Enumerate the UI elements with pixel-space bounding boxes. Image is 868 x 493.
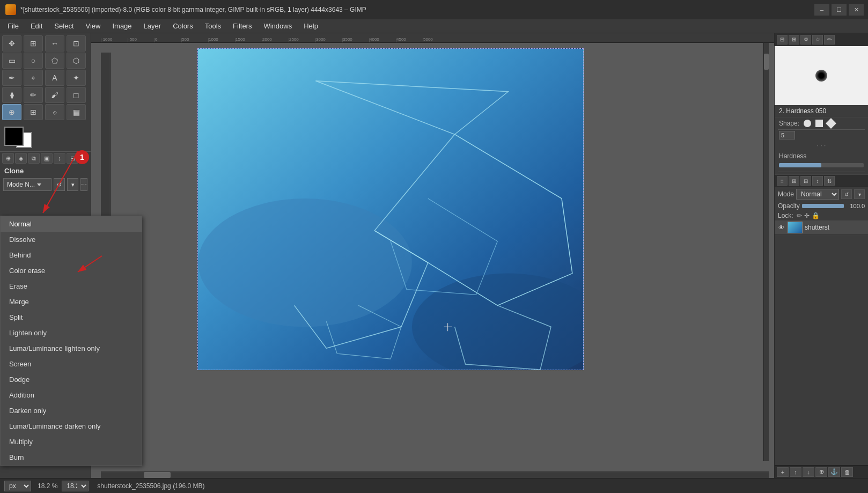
mode-option-luma-lighten[interactable]: Luma/Luminance lighten only [1, 341, 142, 356]
mode-option-luma-darken[interactable]: Luma/Luminance darken only [1, 418, 142, 434]
menu-tools[interactable]: Tools [200, 20, 226, 32]
mode-option-screen[interactable]: Screen [1, 356, 142, 372]
layer-mode-select[interactable]: Normal Dissolve Multiply Screen [796, 189, 839, 200]
hardness-input[interactable] [779, 131, 795, 139]
tool-clone[interactable]: ⊕ [2, 104, 21, 120]
mode-option-dodge[interactable]: Dodge [1, 372, 142, 387]
tool-blend[interactable]: ▦ [67, 104, 86, 120]
tool-brush[interactable]: 🖌 [45, 87, 64, 103]
vertical-scrollbar[interactable] [763, 43, 769, 461]
expand-btn[interactable]: ⋯ [80, 178, 87, 191]
panel-icon-3[interactable]: ⚙ [800, 35, 811, 45]
tool-align[interactable]: ⊞ [24, 35, 43, 51]
tool-transform[interactable]: ↔ [45, 35, 64, 51]
mode-option-addition[interactable]: Addition [1, 387, 142, 403]
tool-extra-3[interactable]: ⧉ [28, 153, 40, 164]
mode-option-lighten-only[interactable]: Lighten only [1, 325, 142, 341]
tool-ellipse-select[interactable]: ○ [24, 53, 43, 69]
mode-option-erase[interactable]: Erase [1, 278, 142, 294]
mode-option-darken-only[interactable]: Darken only [1, 403, 142, 418]
tool-extra-1[interactable]: ⊕ [2, 153, 14, 164]
mode-reset-btn[interactable]: ↺ [54, 178, 65, 191]
horizontal-scrollbar[interactable] [101, 472, 769, 478]
tool-extra-4[interactable]: ▣ [41, 153, 53, 164]
layer-lower-btn[interactable]: ↓ [803, 467, 814, 477]
tool-spiral[interactable]: ⌖ [24, 70, 43, 86]
menu-file[interactable]: File [2, 20, 24, 32]
mode-option-color-erase[interactable]: Color erase [1, 263, 142, 278]
panel-icon-5[interactable]: ✏ [824, 35, 835, 45]
mode-option-dissolve[interactable]: Dissolve [1, 232, 142, 247]
unit-select[interactable]: px mm in [4, 481, 31, 491]
tool-extra-2[interactable]: ◈ [15, 153, 27, 164]
layers-panel-icon-2[interactable]: ⊞ [789, 176, 799, 186]
tool-eraser[interactable]: ◻ [67, 87, 86, 103]
mode-option-behind[interactable]: Behind [1, 247, 142, 263]
mode-extra-btn[interactable]: ▾ [67, 178, 78, 191]
tool-fuzzy-select[interactable]: ⬡ [67, 53, 86, 69]
layer-mode-reset[interactable]: ↺ [841, 189, 852, 199]
layers-panel-icon-4[interactable]: ↕ [812, 176, 823, 186]
shape-square[interactable] [815, 120, 823, 127]
layer-duplicate-btn[interactable]: ⊕ [815, 467, 827, 477]
tool-move[interactable]: ✥ [2, 35, 21, 51]
hscrollbar-thumb[interactable] [144, 472, 171, 478]
menu-filters[interactable]: Filters [227, 20, 257, 32]
menu-view[interactable]: View [80, 20, 106, 32]
menu-select[interactable]: Select [49, 20, 79, 32]
hardness-slider[interactable] [779, 163, 864, 167]
maximize-button[interactable]: ☐ [832, 4, 847, 16]
zoom-select[interactable]: 18.2 % 25 % 50 % 100 % [62, 481, 89, 491]
panel-icon-2[interactable]: ⊞ [789, 35, 799, 45]
chevron-down-icon [37, 182, 41, 187]
tool-extra-5[interactable]: ↕ [54, 153, 65, 164]
panel-icon-1[interactable]: ⊟ [777, 35, 788, 45]
menu-windows[interactable]: Windows [258, 20, 297, 32]
shape-diamond[interactable] [826, 118, 836, 129]
mode-dropdown[interactable]: Mode N... [3, 178, 52, 191]
layer-anchor-btn[interactable]: ⚓ [828, 467, 840, 477]
tool-pencil[interactable]: ✏ [24, 87, 43, 103]
lock-position-icon[interactable]: ✛ [804, 212, 810, 219]
minimize-button[interactable]: – [814, 4, 829, 16]
layer-raise-btn[interactable]: ↑ [790, 467, 801, 477]
layer-visibility-toggle[interactable]: 👁 [777, 223, 785, 232]
canvas-content[interactable] [101, 43, 769, 467]
hardness-slider-container[interactable] [775, 162, 868, 170]
vscrollbar-thumb[interactable] [764, 54, 769, 70]
panel-icon-4[interactable]: ☆ [812, 35, 823, 45]
tool-free-select[interactable]: ⬠ [45, 53, 64, 69]
tool-crop[interactable]: ⊡ [67, 35, 86, 51]
menu-image[interactable]: Image [107, 20, 137, 32]
tool-perspective[interactable]: ⟐ [45, 104, 64, 120]
tool-paint-bucket[interactable]: ⧫ [2, 87, 21, 103]
canvas-image[interactable] [197, 48, 584, 370]
menu-help[interactable]: Help [298, 20, 323, 32]
layers-panel-icon-3[interactable]: ⊟ [800, 176, 811, 186]
layers-panel-icon-5[interactable]: ⇅ [824, 176, 835, 186]
layers-panel-icon-1[interactable]: ≡ [777, 176, 788, 186]
mode-option-normal[interactable]: Normal [1, 216, 142, 232]
close-button[interactable]: ✕ [849, 4, 864, 16]
layer-new-btn[interactable]: + [777, 467, 789, 477]
mode-option-burn[interactable]: Burn [1, 450, 142, 465]
mode-option-split[interactable]: Split [1, 310, 142, 325]
tool-path[interactable]: ✒ [2, 70, 21, 86]
tool-color-picker[interactable]: ✦ [67, 70, 86, 86]
layer-row[interactable]: 👁 shutterst [775, 220, 868, 235]
lock-pixel-icon[interactable]: ✏ [797, 212, 802, 219]
foreground-color[interactable] [4, 127, 24, 146]
layer-delete-btn[interactable]: 🗑 [841, 467, 853, 477]
layer-mode-extra[interactable]: ▾ [854, 189, 865, 199]
tool-rect-select[interactable]: ▭ [2, 53, 21, 69]
tool-heal[interactable]: ⊞ [24, 104, 43, 120]
tool-text[interactable]: A [45, 70, 64, 86]
opacity-bar[interactable] [802, 204, 844, 208]
mode-option-merge[interactable]: Merge [1, 294, 142, 310]
menu-edit[interactable]: Edit [25, 20, 48, 32]
menu-colors[interactable]: Colors [167, 20, 198, 32]
shape-circle[interactable] [804, 120, 811, 127]
menu-layer[interactable]: Layer [138, 20, 167, 32]
lock-all-icon[interactable]: 🔒 [812, 212, 820, 219]
mode-option-multiply[interactable]: Multiply [1, 434, 142, 450]
